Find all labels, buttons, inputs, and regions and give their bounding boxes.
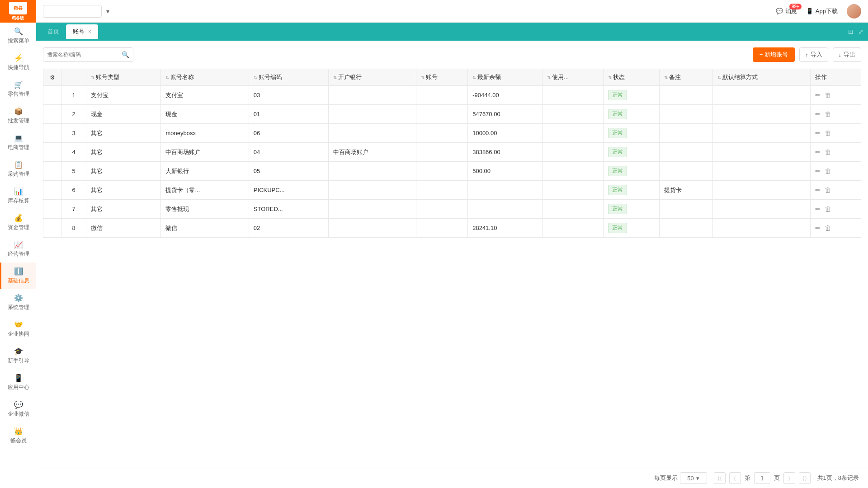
status-badge: 正常 — [608, 166, 627, 176]
th-name[interactable]: ⇅账号名称 — [161, 69, 249, 86]
import-button[interactable]: ↑ 导入 — [799, 47, 828, 62]
th-account[interactable]: ⇅账号 — [416, 69, 468, 86]
sidebar-item-ecommerce-mgmt[interactable]: 💻 电商管理 — [0, 129, 36, 156]
th-bank[interactable]: ⇅开户银行 — [328, 69, 416, 86]
page-number-input[interactable] — [754, 472, 770, 484]
edit-button[interactable]: ✏ — [815, 129, 821, 137]
edit-button[interactable]: ✏ — [815, 186, 821, 194]
prev-page-button[interactable]: ⟨ — [729, 472, 741, 484]
sidebar-item-label: 基础信息 — [4, 277, 33, 285]
newbie-icon: 🎓 — [4, 347, 33, 356]
table-row: 7 其它 零售抵现 STORED... 正常 ✏ 🗑 — [43, 200, 861, 219]
cell-balance: 500.00 — [468, 162, 542, 181]
th-code[interactable]: ⇅账号编码 — [249, 69, 328, 86]
sidebar-item-ops-mgmt[interactable]: 📈 经营管理 — [0, 236, 36, 263]
th-usage[interactable]: ⇅使用... — [542, 69, 604, 86]
cell-action: ✏ 🗑 — [810, 143, 861, 162]
page-size-input[interactable]: 50 ▾ — [680, 472, 707, 484]
delete-button[interactable]: 🗑 — [825, 148, 831, 156]
cell-name: 大新银行 — [161, 162, 249, 181]
th-remark[interactable]: ⇅备注 — [660, 69, 713, 86]
sidebar-item-system-mgmt[interactable]: ⚙️ 系统管理 — [0, 289, 36, 316]
add-account-button[interactable]: + 新增账号 — [753, 47, 795, 62]
import-icon: ↑ — [805, 52, 808, 58]
cell-balance: -90444.00 — [468, 86, 542, 105]
th-balance[interactable]: ⇅最新余额 — [468, 69, 542, 86]
export-button[interactable]: ↓ 导出 — [833, 47, 862, 62]
search-input[interactable] — [47, 52, 122, 58]
page-label: 第 — [745, 474, 750, 482]
cell-remark: 提货卡 — [660, 181, 713, 200]
tab-close-icon[interactable]: × — [88, 29, 91, 34]
search-icon[interactable]: 🔍 — [122, 51, 129, 58]
last-page-button[interactable]: ⟩⟩ — [799, 472, 811, 484]
cell-action: ✏ 🗑 — [810, 105, 861, 124]
topbar-dropdown-icon[interactable]: ▾ — [106, 8, 109, 15]
cell-type: 其它 — [86, 200, 161, 219]
delete-button[interactable]: 🗑 — [825, 167, 831, 175]
sidebar-item-label: 资金管理 — [4, 224, 33, 231]
first-page-button[interactable]: ⟨⟨ — [714, 472, 726, 484]
cell-remark — [660, 105, 713, 124]
table-row: 6 其它 提货卡（零... PICKUPC... 正常 提货卡 ✏ 🗑 — [43, 181, 861, 200]
edit-button[interactable]: ✏ — [815, 110, 821, 118]
cell-remark — [660, 143, 713, 162]
next-page-button[interactable]: ⟩ — [783, 472, 795, 484]
cell-account — [416, 86, 468, 105]
delete-button[interactable]: 🗑 — [825, 205, 831, 213]
cell-settings — [43, 200, 61, 219]
message-button[interactable]: 💬 消息 99+ — [776, 7, 797, 15]
cell-num: 4 — [61, 143, 86, 162]
cell-status: 正常 — [604, 105, 660, 124]
cell-account — [416, 200, 468, 219]
sidebar-item-newbie-guide[interactable]: 🎓 新手引导 — [0, 343, 36, 369]
sidebar-item-basic-info[interactable]: ℹ️ 基础信息 — [0, 263, 36, 289]
edit-button[interactable]: ✏ — [815, 148, 821, 156]
topbar-search-input[interactable] — [43, 5, 102, 18]
cell-code: 03 — [249, 86, 328, 105]
th-type[interactable]: ⇅账号类型 — [86, 69, 161, 86]
search-box[interactable]: 🔍 — [43, 47, 133, 62]
delete-button[interactable]: 🗑 — [825, 91, 831, 99]
sidebar-item-quick-nav[interactable]: ⚡ 快捷导航 — [0, 49, 36, 76]
topbar-left: ▾ — [43, 5, 109, 18]
accounts-table: ⚙ ⇅账号类型 ⇅账号名称 ⇅账号编码 ⇅开户银行 ⇅账号 ⇅最新余额 ⇅使用.… — [43, 69, 861, 238]
tab-expand-icon[interactable]: ⤢ — [858, 28, 863, 35]
cell-name: 微信 — [161, 219, 249, 238]
delete-button[interactable]: 🗑 — [825, 186, 831, 194]
page-size-value: 50 — [687, 475, 693, 482]
th-settings[interactable]: ⚙ — [43, 69, 61, 86]
sidebar-item-purchase-mgmt[interactable]: 📋 采购管理 — [0, 156, 36, 183]
sidebar-item-corp-wechat[interactable]: 💬 企业微信 — [0, 396, 36, 422]
sidebar-item-app-center[interactable]: 📱 应用中心 — [0, 369, 36, 396]
cell-bank — [328, 124, 416, 143]
edit-button[interactable]: ✏ — [815, 205, 821, 213]
cell-type: 微信 — [86, 219, 161, 238]
delete-button[interactable]: 🗑 — [825, 110, 831, 118]
edit-button[interactable]: ✏ — [815, 167, 821, 175]
cell-type: 其它 — [86, 162, 161, 181]
message-badge: 99+ — [789, 4, 802, 9]
cell-action: ✏ 🗑 — [810, 162, 861, 181]
delete-button[interactable]: 🗑 — [825, 224, 831, 232]
cell-account — [416, 219, 468, 238]
user-avatar[interactable] — [847, 4, 861, 19]
app-download-button[interactable]: 📱 App下载 — [806, 7, 838, 15]
tab-minimize-icon[interactable]: ⊡ — [848, 28, 854, 35]
cell-name: 支付宝 — [161, 86, 249, 105]
sidebar-item-finance-mgmt[interactable]: 💰 资金管理 — [0, 209, 36, 236]
edit-button[interactable]: ✏ — [815, 224, 821, 232]
cell-balance: 547670.00 — [468, 105, 542, 124]
tab-home[interactable]: 首页 — [41, 24, 66, 39]
delete-button[interactable]: 🗑 — [825, 129, 831, 137]
tab-account[interactable]: 账号 × — [66, 24, 98, 39]
th-settlement[interactable]: ⇅默认结算方式 — [712, 69, 810, 86]
sidebar-item-corp-agreement[interactable]: 🤝 企业协同 — [0, 316, 36, 343]
sidebar-item-retail-mgmt[interactable]: 🛒 零售管理 — [0, 76, 36, 103]
edit-button[interactable]: ✏ — [815, 91, 821, 99]
sidebar-item-vip-member[interactable]: 👑 畅会员 — [0, 422, 36, 449]
sidebar-item-wholesale-mgmt[interactable]: 📦 批发管理 — [0, 103, 36, 129]
th-status[interactable]: ⇅状态 — [604, 69, 660, 86]
sidebar-item-inventory-check[interactable]: 📊 库存核算 — [0, 183, 36, 209]
sidebar-item-search-menu[interactable]: 🔍 搜索菜单 — [0, 23, 36, 49]
